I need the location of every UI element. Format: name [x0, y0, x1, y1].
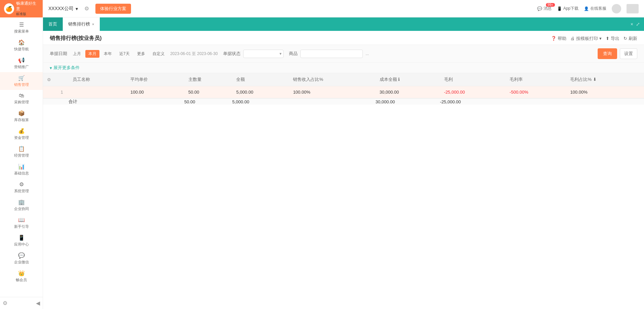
row-gross-pct: 100.00%	[566, 86, 644, 99]
app-download-btn[interactable]: 📱 App下载	[557, 6, 578, 11]
col-gross-pct: 毛利占比% ⬇	[566, 73, 644, 86]
message-badge: 99+	[546, 3, 555, 7]
nav-icon-marketing: 📢	[18, 57, 25, 63]
date-tab-近7天[interactable]: 近7天	[116, 50, 133, 58]
company-name: XXXXX公司	[48, 6, 74, 12]
sidebar-settings-icon[interactable]: ⚙	[3, 300, 7, 306]
goods-more-btn[interactable]: ...	[366, 51, 369, 56]
refresh-icon: ↻	[624, 36, 627, 41]
export-btn[interactable]: ⬆ 导出	[606, 36, 619, 42]
nav-icon-basic: 📊	[18, 163, 25, 170]
online-service-label: 在线客服	[590, 6, 606, 11]
settings-btn[interactable]: 设置	[620, 48, 637, 59]
date-tab-本年[interactable]: 本年	[101, 50, 115, 58]
user-name-btn[interactable]	[627, 4, 639, 13]
sidebar-item-search[interactable]: ☰ 搜索菜单	[0, 19, 43, 37]
print-btn[interactable]: 🖨 按模板打印 ▾	[570, 36, 602, 42]
nav-label-guide: 新手引导	[14, 224, 29, 229]
sidebar-item-finance[interactable]: 💰 资金管理	[0, 125, 43, 143]
topbar-settings-btn[interactable]: ⚙	[82, 4, 91, 13]
table-footer: 合计 50.00 5,000.00 30,000.00 -25,000.00	[43, 98, 644, 105]
date-tab-更多[interactable]: 更多	[134, 50, 148, 58]
page-content: 销售排行榜(按业务员) ❓ 帮助 🖨 按模板打印 ▾ ⬆ 导出 ↻ 刷新	[43, 31, 644, 309]
goods-input[interactable]	[300, 50, 363, 58]
logo-icon: 🍊	[4, 3, 14, 14]
total-row: 合计 50.00 5,000.00 30,000.00 -25,000.00	[43, 98, 644, 105]
col-settings[interactable]: ⚙	[43, 73, 55, 86]
sales-table: ⚙ 员工名称 平均单价 主数量 全额 销售收入占比% 成本全额 ℹ 毛利 毛利率…	[43, 73, 644, 105]
sidebar-item-apps[interactable]: 📱 应用中心	[0, 232, 43, 250]
tab-close-icon[interactable]: ×	[92, 22, 94, 26]
status-select[interactable]	[243, 50, 284, 58]
trial-button[interactable]: 体验行业方案	[95, 4, 131, 14]
date-range-text: 2023-06-01 至 2023-06-30	[170, 51, 218, 57]
topbar-right: 💬 消息 99+ 📱 App下载 👤 在线客服	[537, 4, 639, 13]
query-btn[interactable]: 查询	[598, 48, 617, 59]
company-selector[interactable]: XXXXX公司 ▾	[48, 6, 78, 12]
goods-filter-label: 商品	[289, 51, 298, 57]
row-gross: -25,000.00	[440, 86, 506, 99]
sidebar-item-member[interactable]: 👑 畅会员	[0, 267, 43, 285]
message-btn[interactable]: 💬 消息 99+	[537, 6, 552, 11]
sidebar-item-operations[interactable]: 📋 经营管理	[0, 143, 43, 161]
expand-conditions-row: ▾ 展开更多条件	[43, 63, 644, 73]
sidebar-item-sales[interactable]: 🛒 销售管理	[0, 72, 43, 90]
sidebar-item-marketing[interactable]: 📢 营销推广	[0, 54, 43, 72]
sidebar-item-enterprise[interactable]: 🏢 企业协同	[0, 196, 43, 214]
sidebar-item-system[interactable]: ⚙ 系统管理	[0, 178, 43, 196]
nav-label-quick-nav: 快捷导航	[14, 47, 29, 52]
help-icon: ❓	[551, 36, 556, 41]
nav-label-sales: 销售管理	[14, 82, 29, 87]
goods-filter-group: 商品 ...	[289, 50, 369, 58]
expand-icon: ▾	[50, 65, 52, 70]
refresh-btn[interactable]: ↻ 刷新	[624, 36, 637, 42]
date-tab-上月[interactable]: 上月	[70, 50, 84, 58]
nav-label-purchase: 采购管理	[14, 100, 29, 105]
main-area: XXXXX公司 ▾ ⚙ 体验行业方案 💬 消息 99+ 📱 App下载 👤 在线…	[43, 0, 644, 309]
total-settings	[43, 98, 55, 105]
date-tab-自定义[interactable]: 自定义	[149, 50, 168, 58]
nav-icon-inventory: 📦	[18, 110, 25, 116]
help-btn[interactable]: ❓ 帮助	[551, 36, 566, 42]
nav-icon-quick-nav: 🏠	[18, 39, 25, 46]
filter-bar: 单据日期 上月本月本年近7天更多自定义 2023-06-01 至 2023-06…	[43, 45, 644, 63]
sidebar-item-guide[interactable]: 📖 新手引导	[0, 214, 43, 232]
print-icon: 🖨	[570, 36, 575, 41]
sidebar-item-inventory[interactable]: 📦 库存核算	[0, 107, 43, 125]
window-max-icon[interactable]: ⤢	[636, 21, 640, 27]
tab-sales-ranking[interactable]: 销售排行榜 ×	[63, 17, 100, 31]
sidebar-collapse-icon[interactable]: ◀	[36, 300, 40, 306]
window-close-icon[interactable]: ×	[631, 21, 633, 27]
status-filter-label: 单据状态	[223, 51, 241, 57]
col-gross: 毛利	[440, 73, 506, 86]
page-header: 销售排行榜(按业务员) ❓ 帮助 🖨 按模板打印 ▾ ⬆ 导出 ↻ 刷新	[43, 31, 644, 45]
date-tab-本月[interactable]: 本月	[85, 50, 99, 58]
sidebar-item-wechat[interactable]: 💬 企业微信	[0, 250, 43, 267]
nav-label-system: 系统管理	[14, 189, 29, 194]
col-cost: 成本全额 ℹ	[376, 73, 440, 86]
user-avatar[interactable]	[612, 4, 621, 13]
sidebar-item-quick-nav[interactable]: 🏠 快捷导航	[0, 37, 43, 54]
page-actions: ❓ 帮助 🖨 按模板打印 ▾ ⬆ 导出 ↻ 刷新	[551, 36, 637, 42]
nav-label-search: 搜索菜单	[14, 29, 29, 34]
table-container: ⚙ 员工名称 平均单价 主数量 全额 销售收入占比% 成本全额 ℹ 毛利 毛利率…	[43, 73, 644, 105]
sidebar-item-basic[interactable]: 📊 基础信息	[0, 161, 43, 178]
tab-spacer	[100, 17, 626, 31]
expand-conditions-btn[interactable]: ▾ 展开更多条件	[43, 63, 644, 73]
sidebar-item-purchase[interactable]: 🛍 采购管理	[0, 90, 43, 107]
nav-icon-purchase: 🛍	[19, 93, 24, 99]
nav-label-inventory: 库存核算	[14, 117, 29, 122]
total-qty: 50.00	[184, 98, 232, 105]
company-dropdown-icon: ▾	[76, 6, 78, 11]
table-row: 1 100.00 50.00 5,000.00 100.00% 30,000.0…	[43, 86, 644, 99]
row-sales-pct: 100.00%	[289, 86, 375, 99]
nav-label-finance: 资金管理	[14, 135, 29, 140]
tab-home[interactable]: 首页	[43, 17, 63, 31]
nav-label-basic: 基础信息	[14, 171, 29, 176]
col-avg-price: 平均单价	[126, 73, 184, 86]
nav-icon-wechat: 💬	[18, 252, 25, 259]
table-header: ⚙ 员工名称 平均单价 主数量 全额 销售收入占比% 成本全额 ℹ 毛利 毛利率…	[43, 73, 644, 86]
online-service-btn[interactable]: 👤 在线客服	[584, 6, 606, 11]
app-icon: 📱	[557, 6, 562, 11]
row-avg-price: 100.00	[126, 86, 184, 99]
